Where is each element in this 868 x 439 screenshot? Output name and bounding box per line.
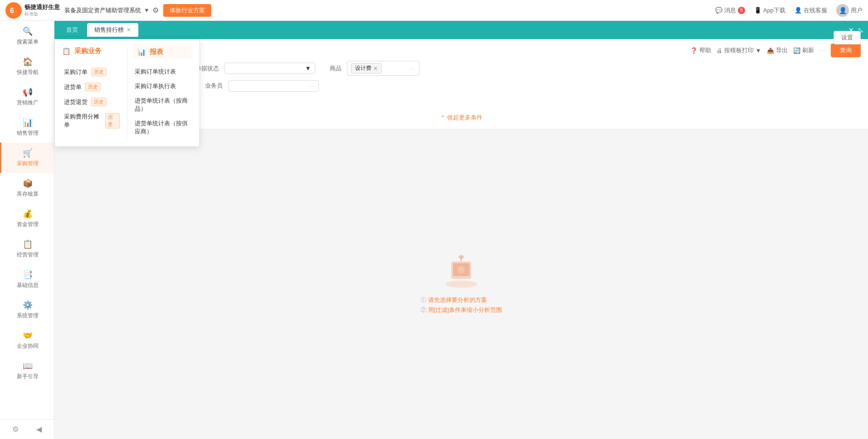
sidebar-item-system[interactable]: ⚙️ 系统管理: [0, 295, 54, 325]
industry-btn[interactable]: 体验行业方案: [163, 4, 211, 17]
dropdown-arrow-icon[interactable]: ▼: [144, 7, 150, 14]
print-dropdown-icon: ▼: [756, 47, 761, 54]
purchase-col-icon: 📋: [62, 47, 71, 55]
empty-state: ① 请先选择要分析的方案 ② 用[过滤]条件来缩小分析范围: [54, 129, 868, 439]
doc-status-select[interactable]: ▼: [224, 63, 315, 74]
incoming-stats-goods-item[interactable]: 进货单统计表（按商品）: [133, 94, 192, 116]
system-title: 装备及固定资产辅助管理系统 ▼ ⚙: [64, 6, 159, 15]
goods-dropdown-dots: ···: [410, 65, 415, 72]
goods-tag-close[interactable]: ✕: [373, 65, 378, 72]
headset-icon: 👤: [795, 7, 802, 14]
sidebar-item-search[interactable]: 🔍 搜索菜单: [0, 21, 54, 51]
refresh-btn[interactable]: 🔄 刷新: [793, 46, 814, 54]
messages-btn[interactable]: 💬 消息 9: [715, 6, 745, 15]
logo-text: 畅捷通好生意 标准版: [24, 4, 60, 17]
svg-text:6: 6: [10, 7, 14, 15]
tab-sales-rank[interactable]: 销售排行榜 ✕: [87, 23, 138, 37]
incoming-stats-supplier-item[interactable]: 进货单统计表（按供应商）: [133, 116, 192, 139]
expense-split-item[interactable]: 采购费用分摊单 历史: [62, 109, 122, 132]
purchase-col: 📋 采购业务 采购订单 历史 进货单 历史 进货退货 历史 采购费用分摊单 历史: [62, 47, 122, 139]
home-icon: 🏠: [23, 57, 33, 67]
salesperson-dots: ···: [310, 83, 315, 89]
report-col-header: 📊 报表: [133, 45, 192, 59]
export-btn[interactable]: 📤 导出: [767, 46, 788, 54]
cooperation-icon: 🤝: [23, 330, 33, 340]
sidebar-item-guide[interactable]: 📖 新手引导: [0, 355, 54, 386]
toolbar-right: ❓ 帮助 🖨 按模板打印 ▼ 📤 导出 🔄 刷新: [690, 46, 825, 54]
top-header: 6 畅捷通好生意 标准版 装备及固定资产辅助管理系统 ▼ ⚙ 体验行业方案 💬 …: [0, 0, 868, 21]
message-icon: 💬: [715, 7, 722, 14]
phone-icon: 📱: [754, 7, 761, 14]
svg-point-4: [458, 266, 465, 273]
dropdown-divider: [127, 47, 127, 139]
doc-status-dropdown-icon: ▼: [305, 65, 311, 72]
purchase-icon: 🛒: [23, 148, 33, 158]
online-service-btn[interactable]: 👤 在线客服: [795, 6, 827, 15]
marketing-icon: 📢: [23, 87, 33, 97]
settings-icon[interactable]: ⚙: [152, 6, 159, 15]
tab-home[interactable]: 首页: [59, 23, 85, 37]
report-col: 📊 报表 采购订单统计表 采购订单执行表 进货单统计表（按商品） 进货单统计表（…: [133, 47, 192, 139]
settings-btn[interactable]: 设置: [834, 31, 861, 44]
logo-icon: 6: [5, 2, 22, 19]
sidebar: 🔍 搜索菜单 🏠 快捷导航 📢 营销推广 📊 销售管理 🛒 采购管理 📦 库存核…: [0, 21, 54, 439]
purchase-order-stats-item[interactable]: 采购订单统计表: [133, 64, 192, 79]
svg-point-6: [458, 255, 464, 259]
sidebar-item-finance[interactable]: 💰 资金管理: [0, 203, 54, 234]
print-icon: 🖨: [717, 47, 722, 54]
collapse-arrow-icon: ⌃: [440, 114, 445, 121]
purchase-order-exec-item[interactable]: 采购订单执行表: [133, 79, 192, 94]
operations-icon: 📋: [23, 239, 33, 249]
salesperson-label: 业务员: [205, 82, 223, 90]
refresh-icon: 🔄: [793, 47, 800, 54]
empty-icon: [439, 252, 484, 289]
purchase-col-header: 📋 采购业务: [62, 47, 122, 59]
goods-label: 商品: [330, 64, 341, 73]
basic-info-icon: 📑: [23, 270, 33, 280]
dropdown-cols: 📋 采购业务 采购订单 历史 进货单 历史 进货退货 历史 采购费用分摊单 历史: [62, 47, 192, 139]
report-col-icon: 📊: [137, 48, 146, 56]
sidebar-item-marketing[interactable]: 📢 营销推广: [0, 82, 54, 112]
guide-icon: 📖: [23, 361, 33, 371]
message-badge: 9: [738, 7, 745, 14]
sidebar-item-sales[interactable]: 📊 销售管理: [0, 112, 54, 143]
logo-area: 6 畅捷通好生意 标准版: [5, 2, 60, 19]
help-icon: ❓: [690, 47, 697, 54]
avatar: 👤: [836, 4, 849, 17]
sidebar-item-basic-info[interactable]: 📑 基础信息: [0, 264, 54, 295]
sidebar-item-operations[interactable]: 📋 经营管理: [0, 234, 54, 264]
goods-tag: 设计费 ✕: [351, 63, 382, 74]
help-btn[interactable]: ❓ 帮助: [690, 46, 711, 54]
svg-point-1: [445, 281, 477, 288]
search-icon: 🔍: [23, 26, 33, 36]
tab-close-icon[interactable]: ✕: [127, 27, 131, 33]
tab-bar: 首页 销售排行榜 ✕ ✕ ⤡: [54, 21, 868, 39]
system-icon: ⚙️: [23, 300, 33, 310]
hist-badge-2: 历史: [91, 98, 107, 106]
sidebar-collapse-icon[interactable]: ◀: [36, 425, 42, 434]
sidebar-settings-icon[interactable]: ⚙: [12, 425, 19, 434]
inventory-icon: 📦: [23, 178, 33, 188]
template-print-btn[interactable]: 🖨 按模板打印 ▼: [717, 46, 761, 54]
sidebar-item-purchase[interactable]: 🛒 采购管理: [0, 143, 54, 173]
purchase-order-item[interactable]: 采购订单 历史: [62, 64, 122, 79]
sales-icon: 📊: [23, 118, 33, 128]
salesperson-select[interactable]: ···: [228, 80, 319, 92]
sidebar-item-inventory[interactable]: 📦 库存核算: [0, 173, 54, 203]
query-btn[interactable]: 查询: [831, 44, 861, 57]
empty-tips: ① 请先选择要分析的方案 ② 用[过滤]条件来缩小分析范围: [420, 294, 502, 316]
sidebar-item-quick-nav[interactable]: 🏠 快捷导航: [0, 51, 54, 82]
hist-badge-1: 历史: [85, 83, 101, 91]
finance-icon: 💰: [23, 209, 33, 219]
goods-select[interactable]: 设计费 ✕ ···: [347, 61, 419, 76]
sidebar-bottom: ⚙ ◀: [0, 419, 54, 439]
sidebar-item-cooperation[interactable]: 🤝 企业协同: [0, 325, 54, 355]
user-btn[interactable]: 👤 用户: [836, 4, 863, 17]
hist-badge-0: 历史: [91, 68, 107, 76]
header-right: 💬 消息 9 📱 App下载 👤 在线客服 👤 用户: [715, 4, 863, 17]
toolbar-dots: ···: [819, 46, 825, 54]
app-download-btn[interactable]: 📱 App下载: [754, 6, 785, 15]
export-icon: 📤: [767, 47, 774, 54]
return-goods-item[interactable]: 进货退货 历史: [62, 94, 122, 109]
incoming-order-item[interactable]: 进货单 历史: [62, 79, 122, 94]
